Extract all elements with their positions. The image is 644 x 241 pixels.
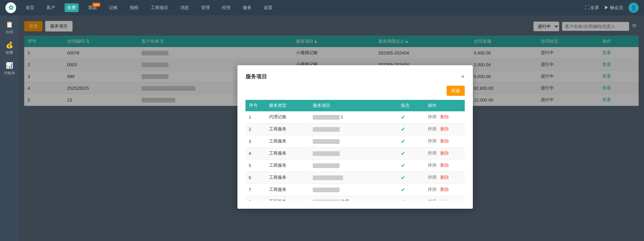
disable-button[interactable]: 停用 <box>428 163 437 168</box>
delete-button[interactable]: 删除 <box>440 114 449 119</box>
modal-col-seq: 序号 <box>245 100 266 111</box>
modal-add-button[interactable]: 新建 <box>447 86 465 96</box>
delete-button[interactable]: 删除 <box>440 175 449 180</box>
nav-xiaoxi[interactable]: 消息 <box>178 3 192 12</box>
sidebar-item-shoufei[interactable]: 💰 收费 <box>1 39 18 58</box>
modal-cell-item <box>309 147 397 159</box>
modal-cell-item <box>309 184 397 196</box>
modal-cell-type: 代理记账 <box>266 111 309 123</box>
modal-cell-item: 注册 <box>309 196 397 201</box>
disable-button[interactable]: 停用 <box>428 187 437 192</box>
modal-table-row: 3 工商服务 ✔ 停用 删除 <box>245 135 465 147</box>
modal-cell-action: 停用 删除 <box>424 147 465 159</box>
delete-button[interactable]: 删除 <box>440 199 449 201</box>
status-check-icon: ✔ <box>401 187 405 193</box>
delete-button[interactable]: 删除 <box>440 187 449 192</box>
modal-col-type: 服务类型 <box>266 100 309 111</box>
modal-close-button[interactable]: × <box>461 73 465 80</box>
disable-button[interactable]: 停用 <box>428 126 437 131</box>
modal-cell-type: 工商服务 <box>266 135 309 147</box>
modal-cell-seq: 6 <box>245 171 266 184</box>
nav-gongshang[interactable]: 工商项目 <box>148 3 171 12</box>
modal-table-row: 1 代理记账 1 ✔ 停用 删除 <box>245 111 465 123</box>
modal-cell-seq: 3 <box>245 135 266 147</box>
nav-jingying[interactable]: 经营 <box>219 3 233 12</box>
modal-cell-status: ✔ <box>397 196 424 201</box>
modal-cell-seq: 5 <box>245 159 266 171</box>
modal-cell-seq: 8 <box>245 196 266 201</box>
service-items-modal: 服务项目 × 新建 序号 服务类型 服务项目 状态 操作 <box>237 65 473 209</box>
nav-customer[interactable]: 客户 <box>44 3 58 12</box>
fee-icon: 💰 <box>6 41 13 49</box>
sidebar-item-duizhangdan-label: 对账单 <box>4 71 15 76</box>
modal-cell-status: ✔ <box>397 135 424 147</box>
delete-button[interactable]: 删除 <box>440 138 449 144</box>
disable-button[interactable]: 停用 <box>428 175 437 180</box>
avatar[interactable]: 👤 <box>629 3 639 13</box>
modal-table-row: 4 工商服务 ✔ 停用 删除 <box>245 147 465 159</box>
modal-table-row: 7 工商服务 ✔ 停用 删除 <box>245 184 465 196</box>
sidebar-item-duizhangdan[interactable]: 📊 对账单 <box>1 59 18 78</box>
modal-cell-type: 工商服务 <box>266 147 309 159</box>
delete-button[interactable]: 删除 <box>440 126 449 131</box>
disable-button[interactable]: 停用 <box>428 199 437 201</box>
modal-cell-seq: 7 <box>245 184 266 196</box>
modal-cell-type: 工商服务 <box>266 123 309 135</box>
modal-col-item: 服务项目 <box>309 100 397 111</box>
modal-cell-seq: 2 <box>245 123 266 135</box>
modal-cell-type: 工商服务 <box>266 184 309 196</box>
status-check-icon: ✔ <box>401 126 405 132</box>
disable-button[interactable]: 停用 <box>428 151 437 156</box>
contract-icon: 📋 <box>6 21 13 28</box>
modal-cell-status: ✔ <box>397 111 424 123</box>
main-layout: 📋 合同 💰 收费 📊 对账单 新增 服务项目 进行中 全部 已结束 🔍 <box>0 15 644 241</box>
nav-baoshui[interactable]: 报税 <box>127 3 141 12</box>
modal-cell-status: ✔ <box>397 147 424 159</box>
modal-cell-status: ✔ <box>397 159 424 171</box>
modal-table-container[interactable]: 序号 服务类型 服务项目 状态 操作 1 代理记账 1 ✔ <box>245 100 465 201</box>
nav-guanli[interactable]: 管理 <box>198 3 213 12</box>
modal-cell-action: 停用 删除 <box>424 159 465 171</box>
modal-cell-action: 停用 删除 <box>424 135 465 147</box>
sidebar-item-hetong-label: 合同 <box>6 30 13 35</box>
modal-cell-action: 停用 删除 <box>424 123 465 135</box>
modal-cell-status: ✔ <box>397 171 424 184</box>
nav-jizhang[interactable]: 记账 <box>106 3 120 12</box>
nav-shoufei[interactable]: 收费 <box>65 3 79 12</box>
new-badge: new <box>92 3 100 7</box>
top-nav-right: ⛶ 全屏 ▶ 畅会员 👤 <box>585 3 639 13</box>
modal-cell-type: 工商服务 <box>266 171 309 184</box>
sidebar-item-hetong[interactable]: 📋 合同 <box>1 18 18 37</box>
modal-cell-action: 停用 删除 <box>424 111 465 123</box>
modal-table-row: 8 工商服务 注册 ✔ 停用 删除 <box>245 196 465 201</box>
disable-button[interactable]: 停用 <box>428 114 437 119</box>
modal-col-action: 操作 <box>424 100 465 111</box>
nav-piaoju[interactable]: 票据 new <box>85 3 100 12</box>
nav-home[interactable]: 首页 <box>23 3 37 12</box>
sidebar-item-shoufei-label: 收费 <box>6 50 13 55</box>
vip-button[interactable]: ▶ 畅会员 <box>604 5 623 11</box>
modal-toolbar: 新建 <box>245 86 465 96</box>
fullscreen-button[interactable]: ⛶ 全屏 <box>585 5 599 11</box>
modal-header: 服务项目 × <box>245 73 465 80</box>
nav-shezhi[interactable]: 设置 <box>261 3 275 12</box>
modal-cell-seq: 4 <box>245 147 266 159</box>
modal-cell-item <box>309 171 397 184</box>
disable-button[interactable]: 停用 <box>428 138 437 144</box>
status-check-icon: ✔ <box>401 138 405 144</box>
status-check-icon: ✔ <box>401 199 405 201</box>
modal-cell-item: 1 <box>309 111 397 123</box>
delete-button[interactable]: 删除 <box>440 163 449 168</box>
modal-table-row: 5 工商服务 ✔ 停用 删除 <box>245 159 465 171</box>
modal-cell-type: 工商服务 <box>266 196 309 201</box>
modal-table-row: 6 工商服务 ✔ 停用 删除 <box>245 171 465 184</box>
status-check-icon: ✔ <box>401 175 405 180</box>
status-check-icon: ✔ <box>401 151 405 156</box>
modal-cell-item <box>309 135 397 147</box>
delete-button[interactable]: 删除 <box>440 151 449 156</box>
modal-cell-action: 停用 删除 <box>424 196 465 201</box>
nav-fuwu[interactable]: 服务 <box>240 3 254 12</box>
modal-cell-action: 停用 删除 <box>424 184 465 196</box>
service-items-table: 序号 服务类型 服务项目 状态 操作 1 代理记账 1 ✔ <box>245 100 465 201</box>
modal-cell-status: ✔ <box>397 123 424 135</box>
